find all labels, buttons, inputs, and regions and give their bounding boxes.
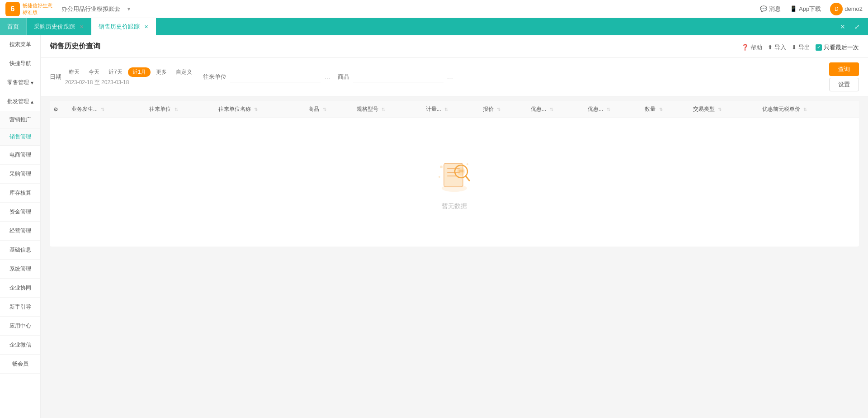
- col-pretax-price-label: 优惠前无税单价: [762, 106, 800, 112]
- sidebar-submenu-wholesale: 营销推广 销售管理: [0, 111, 40, 146]
- empty-state: 暂无数据: [50, 118, 859, 247]
- sidebar-item-finance-mgmt[interactable]: 资金管理: [0, 203, 40, 222]
- sidebar-item-basic-info[interactable]: 基础信息: [0, 241, 40, 260]
- purchase-history-close-icon[interactable]: ✕: [80, 24, 84, 30]
- settings-button[interactable]: 设置: [829, 78, 859, 91]
- col-pretax-price[interactable]: 优惠前无税单价 ⇅: [759, 101, 859, 118]
- sort-icon-counterpart-name: ⇅: [254, 107, 258, 112]
- close-tab-button[interactable]: ✕: [837, 21, 848, 32]
- sidebar-item-quick-nav[interactable]: 快捷导航: [0, 54, 40, 73]
- column-settings-icon[interactable]: ⚙: [53, 106, 58, 113]
- col-quote[interactable]: 报价 ⇅: [479, 101, 528, 118]
- sort-icon-goods: ⇅: [323, 107, 326, 112]
- date-filter-group: 日期 昨天 今天 近7天 近1月 更多 自定义 2023-02-18 至 202…: [50, 67, 196, 86]
- maximize-tab-button[interactable]: ⤢: [852, 21, 863, 32]
- goods-filter-group: 商品 ...: [338, 71, 453, 82]
- query-button[interactable]: 查询: [829, 62, 859, 76]
- purchase-history-tab-label: 采购历史价跟踪: [34, 23, 75, 31]
- import-button[interactable]: ⬆ 导入: [768, 43, 786, 52]
- logo-text: 畅捷信好生意 标准版: [23, 2, 52, 15]
- sidebar-item-label: 应用中心: [9, 323, 31, 329]
- counterpart-input[interactable]: [230, 71, 321, 82]
- export-button[interactable]: ⬇ 导出: [792, 43, 810, 52]
- tab-purchase-history[interactable]: 采购历史价跟踪 ✕: [27, 18, 91, 35]
- message-icon: 💬: [760, 5, 767, 12]
- col-business-date-label: 业务发生...: [71, 106, 98, 112]
- sidebar-item-member[interactable]: 畅会员: [0, 355, 40, 374]
- app-download-button[interactable]: 📱 App下载: [790, 5, 821, 13]
- tab-bar-actions: ✕ ⤢: [837, 21, 868, 32]
- col-unit[interactable]: 计量... ⇅: [422, 101, 479, 118]
- sidebar-item-marketing[interactable]: 营销推广: [0, 111, 40, 128]
- date-btn-7days[interactable]: 近7天: [105, 67, 126, 77]
- col-counterpart-name[interactable]: 往来单位名称 ⇅: [215, 101, 305, 118]
- page-title: 销售历史价查询: [50, 42, 100, 51]
- page-selector-chevron[interactable]: ▾: [127, 6, 130, 12]
- col-trade-type-label: 交易类型: [693, 106, 715, 112]
- svg-point-12: [439, 176, 440, 178]
- date-btn-custom[interactable]: 自定义: [172, 67, 196, 77]
- sidebar-item-search-menu[interactable]: 搜索菜单: [0, 35, 40, 54]
- sidebar-item-enterprise[interactable]: 企业协同: [0, 279, 40, 298]
- avatar: D: [830, 3, 843, 15]
- show-last-checkbox[interactable]: ✓: [816, 44, 822, 51]
- sidebar-item-inventory[interactable]: 库存核算: [0, 184, 40, 203]
- sidebar-item-ops-mgmt[interactable]: 经营管理: [0, 222, 40, 241]
- message-button[interactable]: 💬 消息: [760, 5, 781, 13]
- col-discount1-label: 优惠...: [531, 106, 546, 112]
- page-header: 销售历史价查询 ❓ 帮助 ⬆ 导入 ⬇ 导出 ✓: [41, 35, 868, 58]
- sidebar-item-wholesale-mgmt[interactable]: 批发管理 ▴: [0, 92, 40, 111]
- sidebar-item-label: 企业微信: [9, 342, 31, 348]
- sort-icon-unit: ⇅: [444, 107, 448, 112]
- sort-icon-business-date: ⇅: [101, 107, 104, 112]
- sidebar-item-label: 经营管理: [9, 228, 31, 234]
- logo: 6 畅捷信好生意 标准版: [5, 2, 52, 16]
- col-quantity[interactable]: 数量 ⇅: [641, 101, 689, 118]
- user-menu[interactable]: D demo2: [830, 3, 863, 15]
- table-header-row: ⚙ 业务发生... ⇅ 往来单位 ⇅ 往来单位名称 ⇅: [50, 101, 859, 118]
- sidebar-item-ecommerce-mgmt[interactable]: 电商管理: [0, 146, 40, 165]
- sales-history-close-icon[interactable]: ✕: [144, 24, 148, 30]
- data-table: ⚙ 业务发生... ⇅ 往来单位 ⇅ 往来单位名称 ⇅: [50, 101, 859, 247]
- sort-icon-counterpart-code: ⇅: [175, 107, 178, 112]
- sidebar-item-sales-mgmt[interactable]: 销售管理: [0, 128, 40, 146]
- table-header: ⚙ 业务发生... ⇅ 往来单位 ⇅ 往来单位名称 ⇅: [50, 101, 859, 118]
- col-discount1[interactable]: 优惠... ⇅: [527, 101, 584, 118]
- col-discount2[interactable]: 优惠... ⇅: [584, 101, 641, 118]
- goods-dots[interactable]: ...: [447, 73, 453, 81]
- col-spec[interactable]: 规格型号 ⇅: [353, 101, 422, 118]
- sidebar-item-newbie[interactable]: 新手引导: [0, 298, 40, 317]
- goods-label: 商品: [338, 73, 349, 81]
- counterpart-dots[interactable]: ...: [324, 73, 330, 81]
- empty-text: 暂无数据: [442, 202, 467, 210]
- tab-sales-history[interactable]: 销售历史价跟踪 ✕: [91, 18, 156, 35]
- date-btn-yesterday[interactable]: 昨天: [65, 67, 83, 77]
- date-btn-more[interactable]: 更多: [152, 67, 170, 77]
- svg-point-10: [440, 166, 443, 168]
- date-btn-today[interactable]: 今天: [85, 67, 103, 77]
- sidebar-item-system-mgmt[interactable]: 系统管理: [0, 260, 40, 279]
- import-icon: ⬆: [768, 44, 773, 51]
- date-btn-1month[interactable]: 近1月: [128, 67, 151, 77]
- show-last-checkbox-label[interactable]: ✓ 只看最后一次: [816, 43, 859, 52]
- col-trade-type[interactable]: 交易类型 ⇅: [689, 101, 759, 118]
- sidebar-item-app-center[interactable]: 应用中心: [0, 317, 40, 336]
- sidebar-item-purchase-mgmt[interactable]: 采购管理: [0, 165, 40, 184]
- col-goods[interactable]: 商品 ⇅: [305, 101, 353, 118]
- date-buttons: 昨天 今天 近7天 近1月 更多 自定义: [65, 67, 196, 77]
- sidebar-item-retail-mgmt[interactable]: 零售管理 ▾: [0, 73, 40, 92]
- col-counterpart-code[interactable]: 往来单位 ⇅: [146, 101, 215, 118]
- help-button[interactable]: ❓ 帮助: [741, 43, 762, 52]
- query-settings: 查询 设置: [829, 62, 859, 91]
- goods-input[interactable]: [353, 71, 443, 82]
- sidebar-item-label: 企业协同: [9, 285, 31, 291]
- sidebar-item-enterprise-wechat[interactable]: 企业微信: [0, 336, 40, 355]
- tab-home[interactable]: 首页: [0, 18, 27, 35]
- content-area: 销售历史价查询 ❓ 帮助 ⬆ 导入 ⬇ 导出 ✓: [41, 35, 868, 418]
- col-business-date[interactable]: 业务发生... ⇅: [68, 101, 146, 118]
- col-settings[interactable]: ⚙: [50, 101, 68, 118]
- page-selector[interactable]: 办公用品行业模拟账套: [61, 5, 120, 13]
- sort-icon-trade-type: ⇅: [718, 107, 722, 112]
- chevron-up-icon: ▴: [31, 99, 33, 105]
- table-container: ⚙ 业务发生... ⇅ 往来单位 ⇅ 往来单位名称 ⇅: [41, 101, 868, 418]
